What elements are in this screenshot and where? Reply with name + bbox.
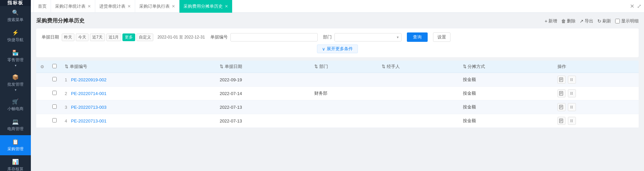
table-row: 1 PE-20220919-002 2022-09-19 按金额 xyxy=(36,73,639,87)
row-handler-cell xyxy=(378,73,459,87)
row-number: 3 xyxy=(65,105,67,110)
display-cols-toggle[interactable]: 显示明细 xyxy=(615,18,639,24)
svg-point-39 xyxy=(572,121,573,122)
data-table: ⚙ ⇅ 单据编号 ⇅ 单据日期 ⇅ xyxy=(36,61,639,128)
dept-select[interactable] xyxy=(334,33,401,41)
action-view-button[interactable] xyxy=(557,76,566,84)
window-expand-icon[interactable]: ⤢ xyxy=(637,3,641,9)
display-cols-checkbox[interactable] xyxy=(615,19,620,23)
window-close-icon[interactable]: ✕ xyxy=(630,3,634,9)
refresh-button[interactable]: ↻ 刷新 xyxy=(597,18,611,24)
doc-no-link[interactable]: PE-20220714-001 xyxy=(71,91,107,96)
sidebar-item-ecommerce[interactable]: 💻 电商管理 xyxy=(0,115,31,135)
date-today[interactable]: 今天 xyxy=(76,33,89,41)
search-icon: 🔍 xyxy=(12,9,19,16)
delete-icon: 🗑 xyxy=(561,18,566,24)
tab-label: 采购订单执行表 xyxy=(139,3,170,9)
svg-point-4 xyxy=(571,78,571,79)
sidebar-item-wholesale[interactable]: 📦 批发管理 ▾ xyxy=(0,71,31,95)
svg-point-15 xyxy=(571,93,571,94)
sidebar-item-label: 库存核算 xyxy=(7,166,23,171)
dept-label: 部门 xyxy=(323,34,332,40)
row-checkbox[interactable] xyxy=(52,104,57,109)
page-header: 采购费用分摊单历史 + 新增 🗑 删除 ↗ 导出 ↻ 刷新 xyxy=(36,17,639,24)
action-more-button[interactable] xyxy=(568,76,576,84)
expand-label: 展开更多条件 xyxy=(327,46,353,52)
tab-label: 采购订单统计表 xyxy=(55,3,86,9)
row-dept-cell xyxy=(310,100,378,114)
row-alloc-method-cell: 按金额 xyxy=(459,114,553,128)
sidebar-item-search[interactable]: 🔍 搜索菜单 xyxy=(0,6,31,26)
sidebar-item-quick-nav[interactable]: ⚡ 快捷导航 xyxy=(0,26,31,46)
sidebar-item-label: 搜索菜单 xyxy=(7,17,23,23)
table-row: 2 PE-20220714-001 2022-07-14 财务部 按金额 xyxy=(36,87,639,100)
row-checkbox[interactable] xyxy=(52,77,57,81)
tab-close-icon[interactable]: ✕ xyxy=(88,4,91,9)
expand-conditions-button[interactable]: ∨ 展开更多条件 xyxy=(317,45,358,53)
tab-close-icon[interactable]: ✕ xyxy=(225,4,228,9)
action-view-button[interactable] xyxy=(557,117,566,125)
sidebar-item-purchase[interactable]: 📋 采购管理 xyxy=(0,135,31,155)
doc-no-link[interactable]: PE-20220713-003 xyxy=(71,105,107,110)
tab-home[interactable]: 首页 xyxy=(34,0,51,13)
select-all-checkbox[interactable] xyxy=(52,64,57,68)
sidebar-item-micro-shop[interactable]: 🛒 小畅电商 xyxy=(0,95,31,115)
action-more-button[interactable] xyxy=(568,117,576,125)
action-more-button[interactable] xyxy=(568,103,576,111)
settings-button[interactable]: 设置 xyxy=(433,32,450,42)
svg-point-19 xyxy=(572,94,573,95)
tab-purchase-order-stats[interactable]: 采购订单统计表 ✕ xyxy=(51,0,95,13)
tab-close-icon[interactable]: ✕ xyxy=(172,4,175,9)
row-alloc-method-cell: 按金额 xyxy=(459,73,553,87)
row-actions-cell xyxy=(553,114,639,128)
tab-close-icon[interactable]: ✕ xyxy=(127,4,131,9)
dept-select-wrapper xyxy=(334,33,401,41)
content-area: 采购费用分摊单历史 + 新增 🗑 删除 ↗ 导出 ↻ 刷新 xyxy=(31,13,644,171)
tab-purchase-order-exec[interactable]: 采购订单执行表 ✕ xyxy=(135,0,179,13)
row-num-cell: 3 PE-20220713-003 xyxy=(61,100,216,114)
data-table-container: ⚙ ⇅ 单据编号 ⇅ 单据日期 ⇅ xyxy=(36,61,639,128)
date-1month[interactable]: 近1月 xyxy=(106,33,121,41)
row-num-cell: 1 PE-20220919-002 xyxy=(61,73,216,87)
row-handler-cell xyxy=(378,87,459,100)
row-actions-cell xyxy=(553,100,639,114)
date-yesterday[interactable]: 昨天 xyxy=(62,33,74,41)
sidebar-item-label: 电商管理 xyxy=(7,126,23,132)
query-button[interactable]: 查询 xyxy=(407,32,428,42)
row-number: 2 xyxy=(65,91,67,96)
action-more-button[interactable] xyxy=(568,89,576,97)
date-more[interactable]: 更多 xyxy=(122,33,135,41)
row-date-cell: 2022-07-13 xyxy=(216,100,310,114)
table-row: 3 PE-20220713-003 2022-07-13 按金额 xyxy=(36,100,639,114)
col-settings[interactable]: ⚙ xyxy=(36,61,48,73)
tab-inbound-stats[interactable]: 进货单统计表 ✕ xyxy=(95,0,135,13)
chevron-down-icon: ▾ xyxy=(15,64,16,67)
add-label: 新增 xyxy=(548,18,557,24)
row-checkbox[interactable] xyxy=(52,91,57,95)
date-shortcuts: 昨天 今天 近7天 近1月 更多 自定义 xyxy=(62,33,153,41)
row-dept-cell xyxy=(310,114,378,128)
add-button[interactable]: + 新增 xyxy=(545,18,557,24)
row-handler-cell xyxy=(378,114,459,128)
table-header: ⚙ ⇅ 单据编号 ⇅ 单据日期 ⇅ xyxy=(36,61,639,73)
delete-button[interactable]: 🗑 删除 xyxy=(561,18,576,24)
svg-point-6 xyxy=(571,80,571,81)
computer-icon: 💻 xyxy=(12,118,19,125)
sidebar-item-inventory[interactable]: 📊 库存核算 xyxy=(0,155,31,171)
doc-no-link[interactable]: PE-20220713-001 xyxy=(71,118,107,123)
row-checkbox[interactable] xyxy=(52,118,57,122)
export-button[interactable]: ↗ 导出 xyxy=(580,18,593,24)
row-settings-cell xyxy=(36,73,48,87)
date-7days[interactable]: 近7天 xyxy=(90,33,105,41)
action-view-button[interactable] xyxy=(557,103,566,111)
row-dept-cell xyxy=(310,73,378,87)
expand-row: ∨ 展开更多条件 xyxy=(42,45,633,53)
doc-no-link[interactable]: PE-20220919-002 xyxy=(71,77,107,82)
date-custom[interactable]: 自定义 xyxy=(137,33,153,41)
action-view-button[interactable] xyxy=(557,89,566,97)
doc-no-input[interactable] xyxy=(230,33,318,41)
tab-purchase-fee-alloc[interactable]: 采购费用分摊单历史 ✕ xyxy=(179,0,232,13)
sort-icon: ⇅ xyxy=(65,64,68,69)
row-alloc-method-cell: 按金额 xyxy=(459,87,553,100)
sidebar-item-retail[interactable]: 🏪 零售管理 ▾ xyxy=(0,46,31,71)
